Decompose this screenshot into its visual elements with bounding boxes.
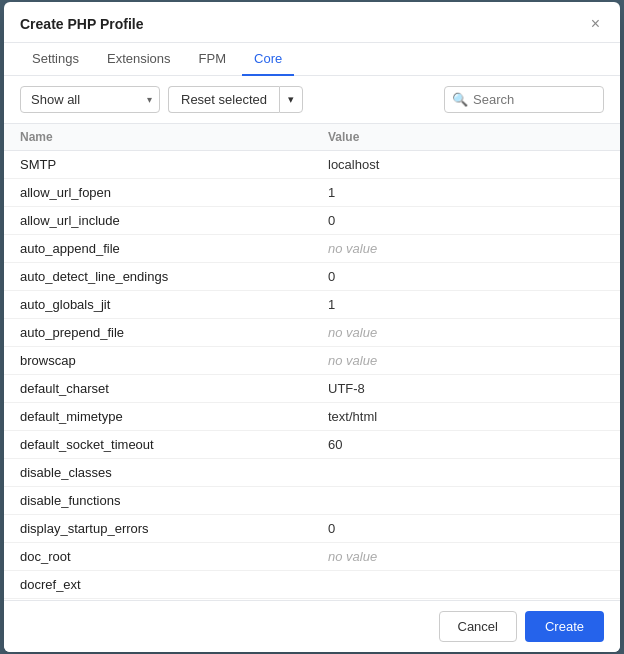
row-value [312, 487, 620, 515]
row-name: auto_globals_jit [4, 291, 312, 319]
table-row: auto_detect_line_endings0 [4, 263, 620, 291]
create-button[interactable]: Create [525, 611, 604, 642]
tab-core[interactable]: Core [242, 43, 294, 76]
reset-dropdown-button[interactable]: ▾ [279, 86, 303, 113]
search-wrapper: 🔍 [444, 86, 604, 113]
row-name: default_socket_timeout [4, 431, 312, 459]
table-row: default_charsetUTF-8 [4, 375, 620, 403]
row-value: UTF-8 [312, 375, 620, 403]
row-value: 0 [312, 263, 620, 291]
tab-bar: SettingsExtensionsFPMCore [4, 43, 620, 76]
row-value: no value [312, 235, 620, 263]
row-value: 1 [312, 179, 620, 207]
table-row: default_socket_timeout60 [4, 431, 620, 459]
table-row: allow_url_include0 [4, 207, 620, 235]
row-name: doc_root [4, 543, 312, 571]
table-row: disable_classes [4, 459, 620, 487]
modal-overlay: Create PHP Profile × SettingsExtensionsF… [0, 0, 624, 654]
toolbar: Show all ▾ Reset selected ▾ 🔍 [4, 76, 620, 124]
table-row: display_startup_errors0 [4, 515, 620, 543]
table-row: docref_ext [4, 571, 620, 599]
row-name: disable_classes [4, 459, 312, 487]
settings-table: Name Value SMTPlocalhostallow_url_fopen1… [4, 124, 620, 600]
row-name: allow_url_fopen [4, 179, 312, 207]
row-name: default_charset [4, 375, 312, 403]
show-all-select[interactable]: Show all [20, 86, 160, 113]
row-name: default_mimetype [4, 403, 312, 431]
row-value [312, 571, 620, 599]
row-value: 0 [312, 515, 620, 543]
modal-header: Create PHP Profile × [4, 2, 620, 43]
row-name: display_startup_errors [4, 515, 312, 543]
col-name-header: Name [4, 124, 312, 151]
reset-selected-group: Reset selected ▾ [168, 86, 303, 113]
cancel-button[interactable]: Cancel [439, 611, 517, 642]
modal: Create PHP Profile × SettingsExtensionsF… [4, 2, 620, 652]
row-name: disable_functions [4, 487, 312, 515]
row-name: auto_prepend_file [4, 319, 312, 347]
modal-title: Create PHP Profile [20, 16, 143, 32]
search-input[interactable] [444, 86, 604, 113]
row-value: text/html [312, 403, 620, 431]
show-all-wrapper: Show all ▾ [20, 86, 160, 113]
table-row: doc_rootno value [4, 543, 620, 571]
row-name: browscap [4, 347, 312, 375]
reset-selected-button[interactable]: Reset selected [168, 86, 279, 113]
table-row: SMTPlocalhost [4, 151, 620, 179]
row-name: allow_url_include [4, 207, 312, 235]
table-row: disable_functions [4, 487, 620, 515]
table-row: auto_globals_jit1 [4, 291, 620, 319]
table-row: default_mimetypetext/html [4, 403, 620, 431]
row-name: docref_ext [4, 571, 312, 599]
row-value: localhost [312, 151, 620, 179]
row-value: 1 [312, 291, 620, 319]
table-row: allow_url_fopen1 [4, 179, 620, 207]
tab-extensions[interactable]: Extensions [95, 43, 183, 76]
table-row: auto_prepend_fileno value [4, 319, 620, 347]
modal-footer: Cancel Create [4, 600, 620, 652]
row-name: auto_append_file [4, 235, 312, 263]
table-row: browscapno value [4, 347, 620, 375]
close-button[interactable]: × [587, 14, 604, 34]
row-name: auto_detect_line_endings [4, 263, 312, 291]
row-value: no value [312, 543, 620, 571]
row-name: SMTP [4, 151, 312, 179]
row-value [312, 459, 620, 487]
row-value: 60 [312, 431, 620, 459]
row-value: no value [312, 319, 620, 347]
col-value-header: Value [312, 124, 620, 151]
row-value: no value [312, 347, 620, 375]
tab-settings[interactable]: Settings [20, 43, 91, 76]
row-value: 0 [312, 207, 620, 235]
tab-fpm[interactable]: FPM [187, 43, 238, 76]
table-wrapper: Name Value SMTPlocalhostallow_url_fopen1… [4, 124, 620, 600]
table-row: auto_append_fileno value [4, 235, 620, 263]
